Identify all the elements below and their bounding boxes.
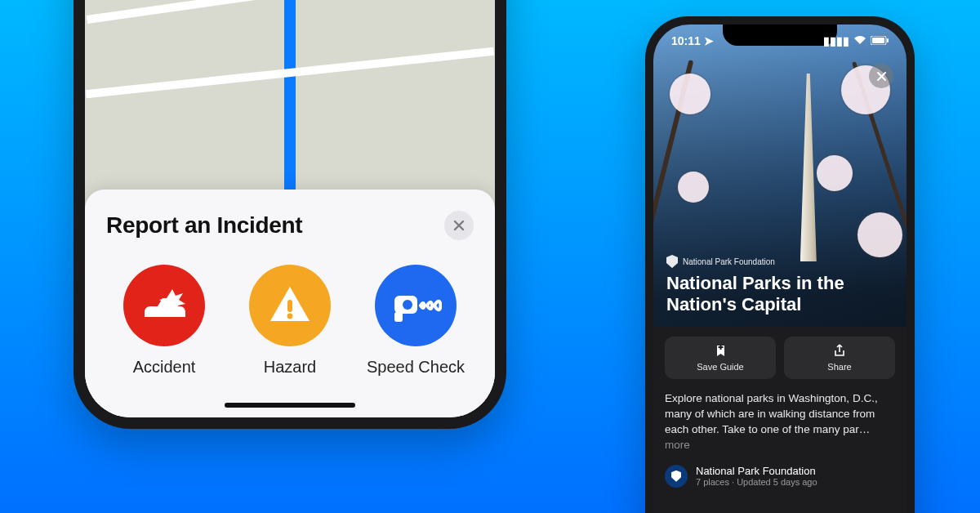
route-line [284,0,296,207]
cherry-blossom [817,155,853,191]
author-badge [665,465,688,488]
guide-title: National Parks in the Nation's Capital [666,273,893,315]
cherry-blossom [858,212,902,257]
option-hazard-label: Hazard [264,358,316,377]
author-row[interactable]: National Park Foundation 7 places · Upda… [665,465,895,488]
more-link[interactable]: more [665,439,690,451]
guide-description: Explore national parks in Washington, D.… [665,390,895,453]
option-accident[interactable]: Accident [106,265,222,377]
bookmark-add-icon [715,345,727,359]
svg-rect-6 [872,38,884,43]
phone-right-screen: 10:11 ➤ ▮▮▮▮ [653,25,906,513]
author-name: National Park Foundation [696,465,817,477]
svg-rect-9 [718,346,723,348]
guide-body: Save Guide Share Explore national parks … [653,327,906,513]
close-sheet-button[interactable] [444,211,474,240]
status-time: 10:11 ➤ [671,34,714,47]
share-icon [834,344,845,359]
status-bar: 10:11 ➤ ▮▮▮▮ [653,33,906,49]
battery-icon [871,34,889,47]
hazard-icon [249,265,331,346]
phone-left-screen: Report an Incident Accident Hazard [85,0,495,417]
washington-monument [800,74,817,261]
brand-name: National Park Foundation [683,257,775,266]
guide-hero-image: National Park Foundation National Parks … [653,25,906,327]
home-indicator [225,403,355,408]
phone-left-frame: Report an Incident Accident Hazard [74,0,506,429]
wifi-icon [853,34,866,47]
phone-right-frame: 10:11 ➤ ▮▮▮▮ [645,16,915,513]
author-meta: 7 places · Updated 5 days ago [696,477,817,487]
option-speed-check[interactable]: Speed Check [358,265,474,377]
save-guide-button[interactable]: Save Guide [665,337,776,379]
signal-icon: ▮▮▮▮ [823,34,849,47]
close-icon [876,71,887,82]
svg-point-1 [287,314,293,319]
speed-check-icon [375,265,457,346]
brand-row: National Park Foundation [666,255,893,268]
close-guide-button[interactable] [869,64,893,88]
report-incident-sheet: Report an Incident Accident Hazard [85,190,495,417]
svg-rect-7 [887,38,889,42]
accident-icon [123,265,205,346]
svg-rect-0 [287,300,292,312]
share-button[interactable]: Share [784,337,895,379]
save-guide-label: Save Guide [697,362,743,372]
option-hazard[interactable]: Hazard [232,265,348,377]
option-speed-check-label: Speed Check [367,358,465,377]
svg-rect-3 [394,312,403,322]
sheet-title: Report an Incident [106,212,302,239]
shield-icon [671,471,681,482]
share-label: Share [827,362,851,372]
close-icon [452,219,466,232]
cherry-blossom [678,172,709,203]
shield-icon [666,255,678,268]
svg-point-4 [403,300,412,310]
cherry-blossom [670,74,710,114]
location-icon: ➤ [704,34,714,47]
option-accident-label: Accident [133,358,196,377]
